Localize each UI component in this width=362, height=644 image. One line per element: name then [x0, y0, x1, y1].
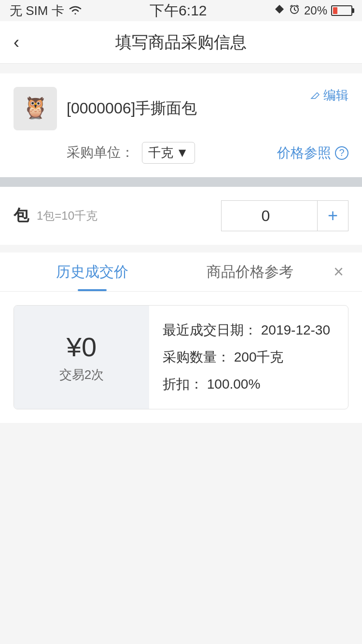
location-icon [274, 4, 285, 17]
product-thumbnail: 🦉 [14, 87, 57, 130]
product-footer: 采购单位： 千克 ▼ 价格参照 ? [67, 130, 348, 177]
status-right: 20% [274, 3, 352, 18]
battery-percent: 20% [304, 4, 327, 17]
tab-content: ¥0 交易2次 最近成交日期： 2019-12-30 采购数量： 200千克 折… [0, 292, 362, 423]
price-amount: ¥0 [67, 331, 97, 363]
dropdown-arrow: ▼ [176, 145, 189, 160]
quantity-input[interactable] [221, 200, 318, 231]
purchase-qty-label: 采购数量： [163, 350, 230, 364]
quantity-plus-button[interactable]: + [318, 200, 348, 231]
tab-close-button[interactable]: × [329, 257, 348, 287]
tabs-container: 历史成交价 商品价格参考 × [0, 252, 362, 292]
svg-text:🦉: 🦉 [22, 95, 49, 120]
price-card-right: 最近成交日期： 2019-12-30 采购数量： 200千克 折扣： 100.0… [149, 306, 348, 409]
no-sim-label: 无 SIM 卡 [10, 2, 64, 19]
unit-section: 采购单位： 千克 ▼ [67, 142, 195, 164]
recent-date-row: 最近成交日期： 2019-12-30 [163, 321, 334, 339]
purchase-qty-value: 200千克 [234, 350, 284, 364]
status-bar: 无 SIM 卡 下午6:12 20% [0, 0, 362, 21]
price-card-left: ¥0 交易2次 [14, 306, 149, 409]
quantity-input-section: + [221, 200, 348, 231]
unit-dropdown[interactable]: 千克 ▼ [142, 142, 195, 164]
price-trades: 交易2次 [59, 366, 104, 383]
alarm-icon [289, 3, 300, 18]
discount-row: 折扣： 100.00% [163, 375, 334, 393]
recent-date-label: 最近成交日期： [163, 322, 257, 337]
edit-button[interactable]: 编辑 [310, 87, 348, 104]
quantity-label-section: 包 1包=10千克 [14, 205, 97, 226]
status-time: 下午6:12 [150, 1, 207, 21]
section-divider [0, 177, 362, 187]
quantity-row: 包 1包=10千克 + [0, 187, 362, 245]
nav-bar: ‹ 填写商品采购信息 [0, 21, 362, 64]
price-card: ¥0 交易2次 最近成交日期： 2019-12-30 采购数量： 200千克 折… [14, 305, 348, 409]
tabs-header: 历史成交价 商品价格参考 × [0, 252, 362, 291]
recent-date-value: 2019-12-30 [261, 322, 330, 337]
product-card: 🦉 [0000006]手撕面包 编辑 采购单位： 千克 ▼ 价格参照 ? [0, 73, 362, 177]
wifi-icon [68, 3, 83, 18]
purchase-qty-row: 采购数量： 200千克 [163, 348, 334, 366]
tab-product-price-ref[interactable]: 商品价格参考 [171, 252, 328, 291]
page-title: 填写商品采购信息 [115, 31, 247, 54]
back-button[interactable]: ‹ [14, 32, 19, 53]
help-icon[interactable]: ? [335, 146, 348, 160]
unit-label: 采购单位： [67, 145, 134, 160]
unit-conversion: 1包=10千克 [37, 208, 97, 224]
price-ref-button[interactable]: 价格参照 ? [277, 144, 348, 162]
tab-history-price[interactable]: 历史成交价 [14, 252, 171, 291]
discount-label: 折扣： [163, 377, 203, 392]
package-unit-icon: 包 [14, 205, 29, 226]
product-name: [0000006]手撕面包 [67, 98, 197, 119]
product-header: 🦉 [0000006]手撕面包 编辑 [14, 87, 348, 130]
status-left: 无 SIM 卡 [10, 2, 83, 19]
main-content [0, 423, 362, 644]
battery [331, 5, 352, 16]
product-left: 🦉 [0000006]手撕面包 [14, 87, 197, 130]
discount-value: 100.00% [207, 377, 261, 392]
